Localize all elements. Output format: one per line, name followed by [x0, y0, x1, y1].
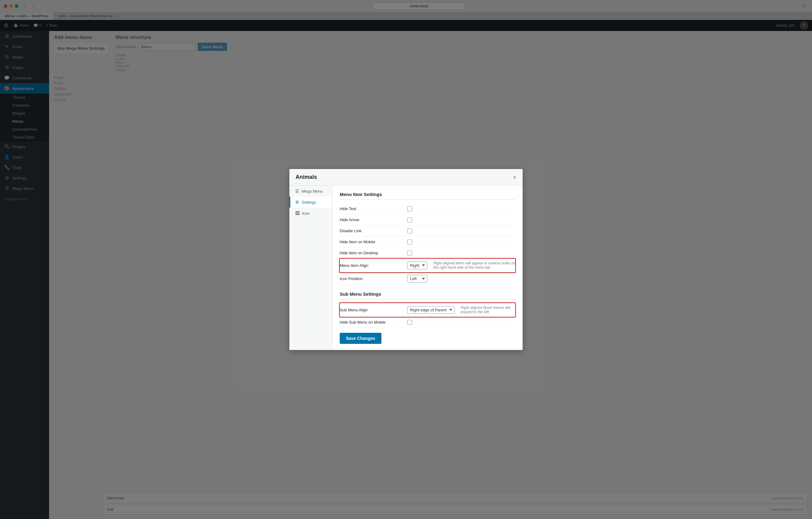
setting-row-hide-mobile: Hide Item on Mobile [340, 237, 515, 248]
disable-link-control [407, 228, 412, 234]
megamenu-tab-icon: ☰ [295, 189, 299, 193]
disable-link-checkbox[interactable] [407, 228, 412, 234]
hide-item-mobile-checkbox[interactable] [407, 240, 412, 244]
hide-item-desktop-checkbox[interactable] [407, 251, 412, 255]
hide-desktop-control [407, 251, 412, 255]
modal-content: Menu Item Settings Hide Text Hide Arrow [332, 186, 523, 350]
main-content: Add menu items Max Mega Menu Settings Me… [49, 31, 812, 519]
modal-sidebar: ☰ Mega Menu ⚙ Settings 🖼 Icon [289, 186, 332, 350]
setting-row-disable-link: Disable Link [340, 225, 515, 237]
modal-title: Animals [295, 174, 317, 180]
hide-mobile-control [407, 240, 412, 244]
hide-text-checkbox[interactable] [407, 207, 412, 211]
icon-position-select[interactable]: Left Right [407, 275, 427, 282]
modal-sidebar-settings[interactable]: ⚙ Settings [289, 196, 332, 208]
save-changes-button[interactable]: Save Changes [340, 333, 381, 344]
menu-item-align-label: Menu Item Align [340, 263, 407, 268]
modal-header: Animals × [289, 169, 523, 186]
disable-link-label: Disable Link [340, 228, 407, 233]
modal-close-button[interactable]: × [513, 174, 517, 180]
hide-sub-menu-mobile-label: Hide Sub Menu on Mobile [340, 320, 407, 325]
hide-arrow-checkbox[interactable] [407, 217, 412, 222]
setting-row-icon-position: Icon Position Left Right [340, 272, 515, 285]
setting-row-hide-sub-mobile: Hide Sub Menu on Mobile [340, 317, 515, 328]
setting-row-sub-align: Sub Menu Align Left edge of Parent Right… [340, 303, 515, 317]
sub-menu-settings-title: Sub Menu Settings [340, 292, 515, 299]
hide-sub-mobile-control [407, 320, 412, 325]
modal-sidebar-megamenu[interactable]: ☰ Mega Menu [289, 186, 332, 196]
setting-row-hide-desktop: Hide Item on Desktop [340, 248, 515, 258]
setting-row-menu-align: Menu Item Align Left Right Right aligned… [340, 258, 515, 272]
modal-overlay[interactable]: Animals × ☰ Mega Menu ⚙ Settings [49, 31, 812, 519]
hide-text-label: Hide Text [340, 207, 407, 211]
hide-item-mobile-label: Hide Item on Mobile [340, 240, 407, 244]
sub-align-control: Left edge of Parent Right edge of Parent… [407, 306, 515, 314]
icon-position-label: Icon Position [340, 276, 407, 281]
hide-sub-menu-mobile-checkbox[interactable] [407, 320, 412, 325]
wp-admin-layout: ⊞ Dashboard ✎ Posts ⊟ Media ☰ Pages 💬 Co… [0, 31, 812, 519]
animals-modal: Animals × ☰ Mega Menu ⚙ Settings [289, 169, 523, 350]
setting-row-hide-arrow: Hide Arrow [340, 214, 515, 225]
sub-menu-align-select[interactable]: Left edge of Parent Right edge of Parent… [407, 306, 455, 314]
menu-align-control: Left Right Right aligned items will appe… [407, 261, 515, 270]
hide-arrow-label: Hide Arrow [340, 217, 407, 222]
hide-arrow-control [407, 217, 412, 222]
sub-align-hint: Right aligned flyout menus will expand t… [461, 306, 515, 314]
menu-item-settings-title: Menu Item Settings [340, 192, 515, 200]
settings-tab-icon: ⚙ [295, 200, 299, 205]
setting-row-hide-text: Hide Text [340, 203, 515, 214]
modal-sidebar-icon[interactable]: 🖼 Icon [289, 208, 332, 219]
modal-body: ☰ Mega Menu ⚙ Settings 🖼 Icon [289, 186, 523, 350]
sub-menu-section: Sub Menu Settings Sub Menu Align Left ed… [340, 292, 515, 328]
hide-item-desktop-label: Hide Item on Desktop [340, 251, 407, 255]
icon-tab-icon: 🖼 [295, 211, 299, 216]
icon-position-control: Left Right [407, 275, 427, 282]
menu-align-hint: Right aligned items will appear in rever… [433, 261, 515, 270]
menu-item-align-select[interactable]: Left Right [407, 262, 427, 269]
hide-text-control [407, 207, 412, 211]
sub-menu-align-label: Sub Menu Align [340, 308, 407, 312]
